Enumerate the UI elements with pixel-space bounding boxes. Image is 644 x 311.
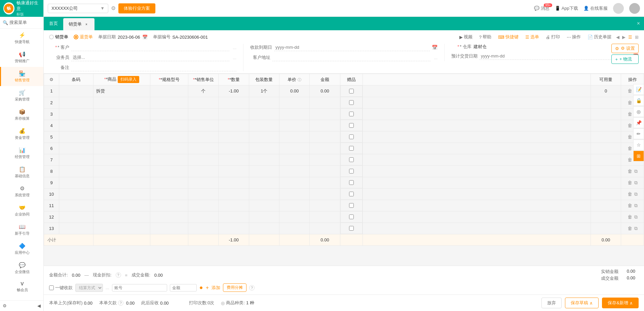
expense-split-button[interactable]: 费用分摊 — [223, 283, 247, 292]
help-circle-icon[interactable]: ? — [116, 272, 121, 278]
cell-goods[interactable] — [93, 154, 150, 165]
cell-spec[interactable] — [150, 131, 188, 143]
delete-row-icon[interactable]: 🗑 — [628, 226, 632, 231]
sidebar-item-finance[interactable]: 💰 资金管理 — [0, 124, 43, 144]
delete-row-icon[interactable]: 🗑 — [628, 111, 632, 117]
trial-button[interactable]: 体验行业方案 — [118, 3, 155, 13]
cell-price[interactable] — [279, 177, 310, 188]
toolbar-history-btn[interactable]: 📄 历史单据 — [585, 33, 613, 41]
sidebar-item-wechat[interactable]: 💬 企业微信 — [0, 259, 43, 278]
settings-button[interactable]: ⚙ ⚙ 设置 — [611, 44, 639, 53]
gift-checkbox[interactable] — [349, 226, 354, 231]
gift-checkbox[interactable] — [349, 100, 354, 105]
cell-gift[interactable] — [340, 200, 363, 211]
cell-goods[interactable] — [93, 177, 150, 188]
account-input[interactable] — [112, 284, 167, 291]
copy-row-icon[interactable]: ⧉ — [634, 226, 638, 231]
cell-price[interactable] — [279, 211, 310, 223]
cell-price[interactable] — [279, 120, 310, 131]
salesperson-more-icon[interactable]: ... — [233, 55, 236, 60]
sidebar-item-marketing[interactable]: 📢 营销推广 — [0, 48, 43, 67]
cell-price[interactable]: 0.00 — [279, 85, 310, 97]
cell-qty[interactable] — [219, 154, 249, 165]
customer-addr-more-icon[interactable]: ... — [434, 55, 438, 60]
cell-gift[interactable] — [340, 211, 363, 223]
delete-row-icon[interactable]: 🗑 — [628, 214, 632, 220]
cell-price[interactable] — [279, 165, 310, 177]
cell-qty[interactable] — [219, 120, 249, 131]
radio-return[interactable]: 退货单 — [74, 34, 93, 40]
cell-spec[interactable] — [150, 165, 188, 177]
toolbar-action-btn[interactable]: ⋯ 操作 — [565, 33, 583, 41]
cell-barcode[interactable] — [59, 108, 93, 120]
cell-gift[interactable] — [340, 131, 363, 143]
cell-gift[interactable] — [340, 143, 363, 154]
gift-checkbox[interactable] — [349, 203, 354, 208]
gift-checkbox[interactable] — [349, 134, 354, 139]
th-settings[interactable]: ⚙ — [44, 74, 59, 85]
delete-row-icon[interactable]: 🗑 — [628, 100, 632, 106]
float-btn-circle[interactable]: ◎ — [633, 106, 644, 117]
user-avatar[interactable] — [613, 3, 624, 14]
cell-barcode[interactable] — [59, 131, 93, 143]
company-selector[interactable]: XXXXXX公司 ▼ — [48, 4, 108, 13]
add-payment-icon[interactable]: + — [206, 285, 209, 291]
float-btn-edit[interactable]: ✏ — [633, 128, 644, 139]
cell-goods[interactable] — [93, 223, 150, 234]
cell-goods[interactable] — [93, 200, 150, 211]
cell-spec[interactable] — [150, 108, 188, 120]
delete-row-icon[interactable]: 🗑 — [628, 180, 632, 186]
cell-qty[interactable] — [219, 177, 249, 188]
notes-input[interactable] — [71, 64, 236, 71]
float-btn-orange[interactable]: ⊞ — [633, 151, 644, 161]
float-btn-star[interactable]: ☆ — [633, 140, 644, 150]
cell-goods[interactable] — [93, 165, 150, 177]
settings-gear-icon[interactable]: ⚙ — [111, 5, 116, 11]
cell-goods[interactable] — [93, 188, 150, 200]
cell-spec[interactable] — [150, 188, 188, 200]
cell-spec[interactable] — [150, 85, 188, 97]
one-click-pay-checkbox[interactable]: 一键收款 — [49, 285, 73, 291]
cell-barcode[interactable] — [59, 211, 93, 223]
cell-qty[interactable] — [219, 108, 249, 120]
sidebar-settings-icon[interactable]: ⚙ — [3, 303, 7, 308]
toolbar-select-btn[interactable]: ☰ 选单 — [523, 33, 541, 41]
cell-spec[interactable] — [150, 143, 188, 154]
cell-gift[interactable] — [340, 85, 363, 97]
float-btn-pin[interactable]: 📌 — [633, 117, 644, 128]
delete-row-icon[interactable]: 🗑 — [628, 168, 632, 174]
cell-barcode[interactable] — [59, 85, 93, 97]
cell-barcode[interactable] — [59, 223, 93, 234]
customer-input[interactable] — [71, 44, 229, 51]
toolbar-shortcut-btn[interactable]: ⌨ 快捷键 — [496, 33, 521, 41]
cell-spec[interactable] — [150, 97, 188, 108]
customer-more-icon[interactable]: ... — [233, 45, 236, 50]
gift-checkbox[interactable] — [349, 215, 354, 219]
cell-gift[interactable] — [340, 154, 363, 165]
toolbar-print-btn[interactable]: 🖨 打印 — [544, 33, 562, 41]
cell-gift[interactable] — [340, 223, 363, 234]
cell-qty[interactable] — [219, 211, 249, 223]
toolbar-video-btn[interactable]: ▶ 视频 — [457, 33, 475, 41]
customer-addr-input[interactable] — [272, 54, 430, 61]
cell-price[interactable] — [279, 97, 310, 108]
cell-goods[interactable] — [93, 108, 150, 120]
cell-gift[interactable] — [340, 188, 363, 200]
cell-goods[interactable]: 拆货 — [93, 85, 150, 97]
sidebar-item-management[interactable]: 📊 经营管理 — [0, 144, 43, 163]
cell-qty[interactable] — [219, 97, 249, 108]
gift-checkbox[interactable] — [349, 123, 354, 128]
copy-row-icon[interactable]: ⧉ — [634, 214, 638, 220]
tab-close-button[interactable]: × — [84, 22, 89, 27]
delete-row-icon[interactable]: 🗑 — [628, 203, 632, 208]
sidebar-item-quick-nav[interactable]: ⚡ 快捷导航 — [0, 29, 43, 48]
copy-row-icon[interactable]: ⧉ — [634, 180, 638, 186]
toolbar-help-btn[interactable]: ? 帮助 — [477, 33, 493, 41]
cell-gift[interactable] — [340, 120, 363, 131]
app-download-btn[interactable]: 📱 App下载 — [555, 5, 578, 11]
cell-spec[interactable] — [150, 200, 188, 211]
single-debt-help-icon[interactable]: ? — [118, 300, 123, 306]
cell-price[interactable] — [279, 108, 310, 120]
copy-row-icon[interactable]: ⧉ — [634, 203, 638, 208]
cell-barcode[interactable] — [59, 177, 93, 188]
